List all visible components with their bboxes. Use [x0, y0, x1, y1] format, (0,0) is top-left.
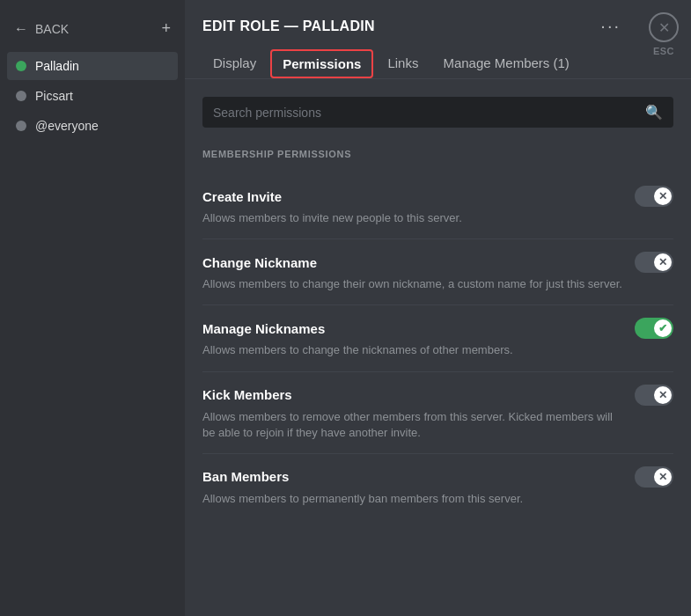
permission-description: Allows members to change their own nickn…	[202, 276, 627, 292]
toggle-create-invite[interactable]: ✕	[635, 186, 673, 207]
back-label: BACK	[35, 22, 69, 36]
esc-circle: ✕	[649, 12, 679, 42]
back-button[interactable]: ← BACK +	[7, 14, 178, 50]
sidebar: ← BACK + Palladin Picsart @everyone	[0, 0, 185, 616]
toggle-x-icon: ✕	[658, 389, 667, 401]
toggle-knob: ✕	[654, 386, 672, 404]
permission-item-change-nickname: Change Nickname ✕ Allows members to chan…	[202, 239, 673, 305]
permission-item-ban-members: Ban Members ✕ Allows members to permanen…	[202, 454, 673, 519]
more-options-icon[interactable]: ···	[600, 16, 621, 36]
toggle-knob: ✔	[654, 319, 672, 337]
permission-description: Allows members to invite new people to t…	[202, 210, 627, 226]
toggle-ban-members[interactable]: ✕	[635, 466, 673, 488]
permission-row: Manage Nicknames ✔	[202, 318, 673, 339]
permission-name: Kick Members	[202, 387, 292, 402]
permission-row: Create Invite ✕	[202, 186, 673, 207]
content-area: 🔍 MEMBERSHIP PERMISSIONS Create Invite ✕…	[185, 79, 691, 616]
permission-name: Manage Nicknames	[202, 321, 325, 336]
permission-description: Allows members to remove other members f…	[202, 409, 627, 441]
tab-permissions[interactable]: Permissions	[270, 49, 373, 78]
sidebar-item-label: Picsart	[35, 89, 73, 103]
esc-label: ESC	[653, 46, 674, 56]
header: EDIT ROLE — PALLADIN ···	[185, 0, 691, 36]
search-icon: 🔍	[645, 104, 663, 121]
toggle-manage-nicknames[interactable]: ✔	[635, 318, 673, 339]
toggle-change-nickname[interactable]: ✕	[635, 252, 673, 273]
permission-description: Allows members to permanently ban member…	[202, 491, 627, 507]
toggle-knob: ✕	[654, 468, 672, 486]
toggle-knob: ✕	[654, 187, 672, 205]
page-title: EDIT ROLE — PALLADIN	[202, 18, 375, 34]
status-dot-green	[16, 61, 26, 71]
toggle-x-icon: ✕	[658, 256, 667, 268]
sidebar-item-picsart[interactable]: Picsart	[7, 82, 178, 110]
main-panel: ✕ ESC EDIT ROLE — PALLADIN ··· Display P…	[185, 0, 691, 616]
permission-name: Ban Members	[202, 469, 289, 484]
toggle-check-icon: ✔	[658, 322, 667, 334]
permission-row: Kick Members ✕	[202, 385, 673, 406]
permission-item-create-invite: Create Invite ✕ Allows members to invite…	[202, 173, 673, 239]
permissions-list: Create Invite ✕ Allows members to invite…	[202, 173, 673, 519]
permission-name: Change Nickname	[202, 255, 317, 270]
tab-display[interactable]: Display	[202, 48, 267, 79]
permission-row: Ban Members ✕	[202, 466, 673, 488]
permission-name: Create Invite	[202, 189, 282, 204]
permission-row: Change Nickname ✕	[202, 252, 673, 273]
toggle-kick-members[interactable]: ✕	[635, 385, 673, 406]
status-dot-gray	[16, 91, 26, 101]
esc-button[interactable]: ✕ ESC	[649, 12, 679, 56]
sidebar-item-label: Palladin	[35, 59, 79, 73]
search-bar: 🔍	[202, 97, 673, 128]
back-arrow-icon: ←	[14, 21, 28, 37]
sidebar-item-palladin[interactable]: Palladin	[7, 52, 178, 80]
close-icon: ✕	[658, 19, 670, 36]
toggle-x-icon: ✕	[658, 471, 667, 483]
sidebar-item-everyone[interactable]: @everyone	[7, 112, 178, 140]
tabs-bar: Display Permissions Links Manage Members…	[185, 36, 691, 79]
tab-manage-members[interactable]: Manage Members (1)	[432, 48, 579, 79]
toggle-x-icon: ✕	[658, 190, 667, 202]
status-dot-gray	[16, 121, 26, 131]
permission-item-manage-nicknames: Manage Nicknames ✔ Allows members to cha…	[202, 305, 673, 371]
toggle-knob: ✕	[654, 253, 672, 271]
section-label: MEMBERSHIP PERMISSIONS	[202, 149, 673, 159]
add-role-icon[interactable]: +	[161, 19, 171, 38]
tab-links[interactable]: Links	[377, 48, 429, 79]
sidebar-item-label: @everyone	[35, 119, 99, 133]
permission-description: Allows members to change the nicknames o…	[202, 342, 627, 358]
permission-item-kick-members: Kick Members ✕ Allows members to remove …	[202, 372, 673, 454]
search-input[interactable]	[213, 106, 645, 120]
